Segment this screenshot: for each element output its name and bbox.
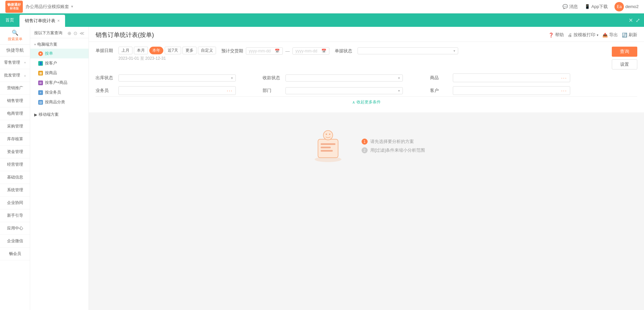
- page-header: 销售订单统计表(按单) ❓ 帮助 🖨 按模板打印 ▾ 📤 导出: [89, 27, 644, 42]
- tab-active[interactable]: 销售订单统计表 ×: [19, 15, 65, 27]
- sidebar-item-sales[interactable]: 销售管理: [0, 95, 30, 107]
- sidebar-item-inventory[interactable]: 库存核算: [0, 133, 30, 146]
- query-btn-area: 查询 设置: [612, 47, 637, 69]
- settings-btn[interactable]: 设置: [612, 59, 637, 69]
- bill-status-select[interactable]: ▾: [358, 47, 458, 54]
- sidebar-item-purchase[interactable]: 采购管理: [0, 120, 30, 133]
- scheme-bar-icon: ≡: [38, 90, 43, 95]
- sidebar-item-wholesale[interactable]: 批发管理 ▴: [0, 69, 30, 82]
- sidebar-item-guide[interactable]: 新手引导: [0, 209, 30, 222]
- delivery-status-select[interactable]: ▾: [118, 74, 236, 82]
- customer-select[interactable]: ···: [453, 86, 570, 95]
- payment-status-label: 收款状态: [263, 75, 283, 81]
- sidebar-item-ecommerce[interactable]: 电商管理: [0, 107, 30, 120]
- print-chevron-icon: ▾: [597, 33, 598, 37]
- scheme-group-desktop[interactable]: ▾ 电脑端方案: [30, 40, 89, 49]
- sidebar-item-basic-info[interactable]: 基础信息: [0, 171, 30, 184]
- logo: 畅捷通好 标准版: [5, 1, 23, 13]
- product-select[interactable]: ···: [453, 73, 570, 82]
- empty-svg: [308, 126, 348, 166]
- date-7days-btn[interactable]: 近7天: [165, 47, 181, 54]
- department-select[interactable]: ▾: [285, 87, 403, 94]
- query-btn[interactable]: 查询: [612, 47, 637, 57]
- expected-date-end-input[interactable]: yyyy-mm-dd 📅: [292, 47, 329, 55]
- hint-num-2: 2: [362, 147, 368, 153]
- date-range-display: 2023-01-01 至 2023-12-31: [96, 56, 216, 61]
- scheme-group-mobile[interactable]: ▶ 移动端方案: [30, 110, 89, 119]
- product-dots-icon: ···: [561, 75, 567, 81]
- refresh-icon: 🔄: [622, 33, 627, 38]
- scheme-item-by-customer-product[interactable]: ⊞ 按客户+商品: [30, 78, 89, 88]
- payment-status-select[interactable]: ▾: [285, 74, 403, 82]
- payment-chevron-icon: ▾: [398, 76, 400, 80]
- window-maximize-btn[interactable]: ⤢: [636, 17, 640, 23]
- scheme-desktop-group: ▾ 电脑端方案 ● 按单 👤 按客户 ▦ 按商品 ⊞ 按客户+商品: [30, 38, 89, 109]
- app-selector[interactable]: 办公用品行业模拟账套 ▼: [25, 4, 74, 10]
- app-download-btn[interactable]: 📱 App下载: [585, 4, 608, 10]
- print-icon: 🖨: [568, 33, 572, 38]
- tab-bar-actions: ✕ ⤢: [629, 17, 644, 23]
- collapse-bar[interactable]: ∧ 收起更多条件: [96, 96, 637, 108]
- sidebar: 🔍 搜索菜单 快捷导航 零售管理 ▾ 批发管理 ▴ 营销推广 销售管理 电商管理…: [0, 27, 30, 310]
- sidebar-item-finance[interactable]: 资金管理: [0, 146, 30, 158]
- scheme-item-by-category[interactable]: ▤ 按商品分类: [30, 97, 89, 107]
- empty-hints: 1 请先选择要分析的方案 2 用[过滤]条件来缩小分析范围: [362, 139, 425, 153]
- tab-close-btn[interactable]: ×: [57, 18, 60, 23]
- scheme-sq-icon: 👤: [38, 61, 43, 66]
- date-prev-month-btn[interactable]: 上月: [118, 47, 132, 54]
- sidebar-item-member[interactable]: 畅会员: [0, 248, 30, 260]
- scheme-mobile-group: ▶ 移动端方案: [30, 109, 89, 120]
- date-this-year-btn[interactable]: 本年: [149, 47, 163, 54]
- tab-bar: 首页 销售订单统计表 × ✕ ⤢: [0, 13, 644, 27]
- scheme-collapse-btn[interactable]: ≪: [79, 31, 85, 36]
- customer-label: 客户: [430, 88, 450, 94]
- date-custom-btn[interactable]: 自定义: [198, 47, 216, 54]
- scheme-item-by-customer[interactable]: 👤 按客户: [30, 58, 89, 68]
- hint-num-1: 1: [362, 139, 368, 145]
- user-menu[interactable]: Ea demo2: [614, 2, 639, 11]
- window-minimize-btn[interactable]: ✕: [629, 17, 633, 23]
- empty-illustration: [308, 126, 348, 166]
- sidebar-item-system[interactable]: 系统管理: [0, 184, 30, 197]
- tab-home[interactable]: 首页: [0, 13, 19, 27]
- main-layout: 🔍 搜索菜单 快捷导航 零售管理 ▾ 批发管理 ▴ 营销推广 销售管理 电商管理…: [0, 27, 644, 310]
- scheme-add-btn[interactable]: ⊕: [67, 31, 71, 36]
- date-more-btn[interactable]: 更多: [182, 47, 197, 54]
- sidebar-item-retail[interactable]: 零售管理 ▾: [0, 56, 30, 69]
- chevron-down-icon: ▼: [70, 5, 74, 8]
- message-btn[interactable]: 💬 消息: [562, 4, 578, 10]
- scheme-tbl-icon: ⊞: [38, 81, 43, 85]
- scheme-item-by-product[interactable]: ▦ 按商品: [30, 68, 89, 78]
- download-icon: 📱: [585, 4, 590, 9]
- scheme-item-by-salesperson[interactable]: ≡ 按业务员: [30, 88, 89, 97]
- expected-date-label: 预计交货期: [221, 48, 243, 54]
- scheme-panel: 按以下方案查询 ⊕ ⊙ ≪ ▾ 电脑端方案 ● 按单 👤 按客户: [30, 27, 89, 310]
- department-chevron-icon: ▾: [398, 89, 400, 93]
- main-content: 销售订单统计表(按单) ❓ 帮助 🖨 按模板打印 ▾ 📤 导出: [89, 27, 644, 310]
- collapse-icon: ∧: [352, 100, 355, 105]
- scheme-settings-btn[interactable]: ⊙: [73, 31, 77, 36]
- date-this-month-btn[interactable]: 本月: [134, 47, 148, 54]
- print-btn[interactable]: 🖨 按模板打印 ▾: [568, 32, 598, 38]
- sidebar-item-collab[interactable]: 企业协同: [0, 197, 30, 209]
- scheme-header-actions: ⊕ ⊙ ≪: [67, 31, 85, 36]
- salesperson-dots-icon: ···: [227, 88, 233, 93]
- svg-rect-2: [321, 143, 335, 145]
- empty-hint-2: 2 用[过滤]条件来缩小分析范围: [362, 147, 425, 153]
- sidebar-item-wechat[interactable]: 企业微信: [0, 235, 30, 248]
- sidebar-search[interactable]: 🔍 搜索菜单: [0, 27, 30, 45]
- sidebar-item-operations[interactable]: 经营管理: [0, 158, 30, 171]
- sidebar-item-marketing[interactable]: 营销推广: [0, 82, 30, 95]
- help-btn[interactable]: ❓ 帮助: [548, 32, 564, 38]
- export-btn[interactable]: 📤 导出: [602, 32, 618, 38]
- message-icon: 💬: [562, 4, 568, 9]
- svg-point-6: [326, 134, 327, 135]
- refresh-btn[interactable]: 🔄 刷新: [622, 32, 637, 38]
- expected-date-start-input[interactable]: yyyy-mm-dd 📅: [246, 47, 283, 55]
- salesperson-select[interactable]: ···: [118, 86, 236, 95]
- sidebar-quick-nav[interactable]: 快捷导航: [0, 45, 30, 56]
- sidebar-item-apps[interactable]: 应用中心: [0, 222, 30, 235]
- salesperson-label: 业务员: [96, 88, 116, 94]
- scheme-dot-icon: ●: [38, 51, 43, 56]
- scheme-item-by-order[interactable]: ● 按单: [30, 49, 89, 58]
